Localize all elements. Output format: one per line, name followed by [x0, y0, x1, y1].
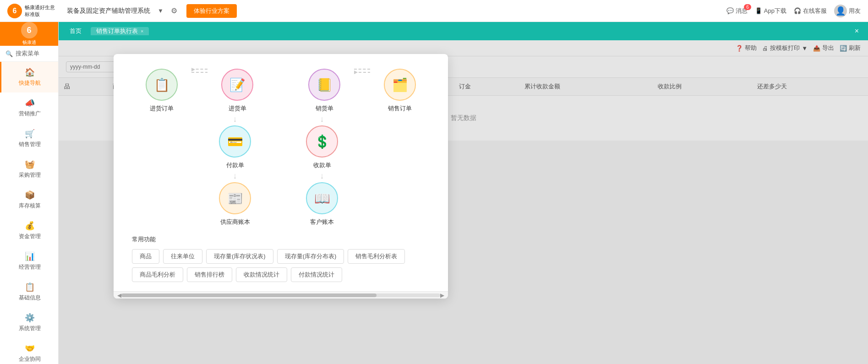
- customer-account-circle[interactable]: 📖: [306, 182, 338, 214]
- sales-bill-label: 销货单: [316, 104, 333, 113]
- scroll-thumb: [121, 293, 377, 297]
- logo-icon: 6: [7, 4, 22, 18]
- scroll-left-arrow[interactable]: ◀: [117, 292, 121, 299]
- finance-icon: 💰: [25, 221, 35, 231]
- message-icon: 💬: [726, 7, 734, 14]
- arrow-h-2: [354, 69, 370, 76]
- arrow-h-1: [191, 69, 207, 76]
- settings-icon[interactable]: ⚙: [171, 6, 177, 15]
- sales-bill-circle[interactable]: 📒: [308, 69, 340, 101]
- receipt-circle[interactable]: 💲: [306, 125, 338, 158]
- app-download-button[interactable]: 📱 App下载: [755, 7, 786, 15]
- common-functions-title: 常用功能: [132, 235, 430, 244]
- home-icon: 🏠: [25, 67, 35, 77]
- purchase-bill-label: 进货单: [229, 104, 246, 113]
- sidebar-item-system-mgmt[interactable]: ⚙️ 系统管理: [0, 307, 58, 338]
- payment-label: 付款单: [226, 161, 244, 169]
- scroll-track: [121, 293, 440, 297]
- func-button[interactable]: 现存量(库存状况表): [206, 249, 273, 264]
- sales-order-circle[interactable]: 🗂️: [384, 69, 416, 101]
- customer-account-label: 客户账本: [310, 218, 334, 226]
- sales-order-label: 销售订单: [388, 104, 412, 113]
- popup-scrollbar[interactable]: ◀ ▶: [114, 291, 448, 299]
- flow-node-customer-account: 📖 客户账本: [292, 182, 352, 226]
- tab-bar: 首页 销售订单执行表 × ×: [59, 22, 868, 40]
- supplier-account-circle[interactable]: 📰: [219, 182, 251, 214]
- collab-icon: 🤝: [25, 343, 35, 353]
- purchase-bill-circle[interactable]: 📝: [221, 69, 253, 101]
- sidebar-item-marketing[interactable]: 📣 营销推广: [0, 92, 58, 123]
- headset-icon: 🎧: [794, 7, 801, 14]
- operations-icon: 📊: [25, 251, 35, 261]
- flow-diagram: 📋 进货订单: [132, 69, 430, 226]
- sidebar-item-basic-info[interactable]: 📋 基础信息: [0, 277, 58, 307]
- arrow-v-payment: ↓: [205, 169, 265, 182]
- tab-home[interactable]: 首页: [62, 27, 89, 35]
- receipt-label: 收款单: [313, 161, 331, 169]
- func-button[interactable]: 收款情况统计: [236, 267, 287, 282]
- tab-sales-execution[interactable]: 销售订单执行表 ×: [91, 27, 149, 35]
- payment-circle[interactable]: 💳: [219, 125, 251, 158]
- popup-overlay[interactable]: 📋 进货订单: [59, 40, 868, 364]
- popup-body: 📋 进货订单: [114, 54, 448, 291]
- func-button[interactable]: 商品: [132, 249, 159, 264]
- basic-info-icon: 📋: [25, 282, 35, 292]
- purchase-order-circle[interactable]: 📋: [146, 69, 178, 101]
- common-functions: 常用功能 商品往来单位现存量(库存状况表)现存量(库存分布表)销售毛利分析表商品…: [132, 235, 430, 282]
- tab-right-close-btn[interactable]: ×: [849, 27, 864, 35]
- func-button[interactable]: 销售毛利分析表: [348, 249, 405, 264]
- message-badge: 6: [744, 4, 751, 10]
- user-button[interactable]: 👤 用友: [834, 5, 861, 17]
- quick-nav-popup: 📋 进货订单: [114, 54, 448, 299]
- content-area: 首页 销售订单执行表 × × ❓ 帮助 🖨: [59, 22, 868, 364]
- sidebar-logo-icon: 6: [21, 22, 38, 38]
- sidebar-item-enterprise-collab[interactable]: 🤝 企业协同: [0, 338, 58, 364]
- flow-node-purchase-order: 📋 进货订单: [132, 69, 191, 113]
- sidebar-item-purchase-mgmt[interactable]: 🧺 采购管理: [0, 154, 58, 185]
- flow-node-receipt: 💲 收款单: [292, 125, 352, 169]
- marketing-icon: 📣: [25, 98, 35, 108]
- search-icon: 🔍: [5, 50, 13, 57]
- flow-node-sales-bill: 📒 销货单: [295, 69, 354, 113]
- func-buttons-row: 商品往来单位现存量(库存状况表)现存量(库存分布表)销售毛利分析表商品毛利分析销…: [132, 249, 430, 282]
- logo-area: 6 畅康通好生意 标准版: [7, 4, 58, 18]
- sales-icon: 🛒: [25, 129, 35, 139]
- logo-text: 畅康通好生意 标准版: [25, 4, 55, 17]
- tab-close-icon[interactable]: ×: [141, 28, 143, 34]
- func-button[interactable]: 商品毛利分析: [132, 267, 183, 282]
- sidebar-logo: 6 畅康通: [0, 22, 58, 46]
- inventory-icon: 📦: [25, 190, 35, 200]
- sidebar: 6 畅康通 🔍 搜索菜单 🏠 快捷导航 📣 营销推广 🛒 销售管理 🧺 采: [0, 22, 59, 364]
- func-button[interactable]: 销售排行榜: [187, 267, 232, 282]
- sidebar-item-sales-mgmt[interactable]: 🛒 销售管理: [0, 123, 58, 154]
- sidebar-logo-text: 畅康通: [22, 39, 36, 46]
- tab-bar-content: 首页 销售订单执行表 ×: [62, 27, 849, 35]
- trial-button[interactable]: 体验行业方案: [186, 4, 237, 18]
- app-download-icon: 📱: [755, 7, 762, 14]
- svg-marker-3: [354, 71, 358, 74]
- func-button[interactable]: 往来单位: [163, 249, 202, 264]
- sidebar-item-inventory[interactable]: 📦 库存核算: [0, 185, 58, 215]
- sidebar-item-quick-nav[interactable]: 🏠 快捷导航: [0, 62, 58, 92]
- func-button[interactable]: 现存量(库存分布表): [277, 249, 344, 264]
- system-dropdown-icon[interactable]: ▼: [158, 7, 164, 14]
- arrow-v-purchase: ↓: [205, 113, 265, 125]
- sidebar-item-finance[interactable]: 💰 资金管理: [0, 215, 58, 246]
- flow-node-purchase-bill: 📝 进货单: [207, 69, 267, 113]
- flow-node-sales-order: 🗂️ 销售订单: [370, 69, 430, 113]
- sidebar-item-operations[interactable]: 📊 经营管理: [0, 246, 58, 277]
- purchase-icon: 🧺: [25, 159, 35, 169]
- arrow-v-receipt: ↓: [292, 169, 352, 182]
- flow-node-supplier-account: 📰 供应商账本: [205, 182, 265, 226]
- scroll-right-arrow[interactable]: ▶: [440, 292, 444, 299]
- flow-node-payment: 💳 付款单: [205, 125, 265, 169]
- empty-col-1: [132, 113, 191, 125]
- top-right-area: 💬 消息 6 📱 App下载 🎧 在线客服 👤 用友: [726, 5, 861, 17]
- system-title: 装备及固定资产辅助管理系统: [67, 7, 150, 15]
- func-button[interactable]: 付款情况统计: [291, 267, 342, 282]
- system-icon: ⚙️: [25, 313, 35, 323]
- message-button[interactable]: 💬 消息 6: [726, 7, 748, 15]
- sidebar-search[interactable]: 🔍 搜索菜单: [0, 46, 58, 62]
- online-service-button[interactable]: 🎧 在线客服: [794, 7, 827, 15]
- purchase-order-label: 进货订单: [150, 104, 174, 113]
